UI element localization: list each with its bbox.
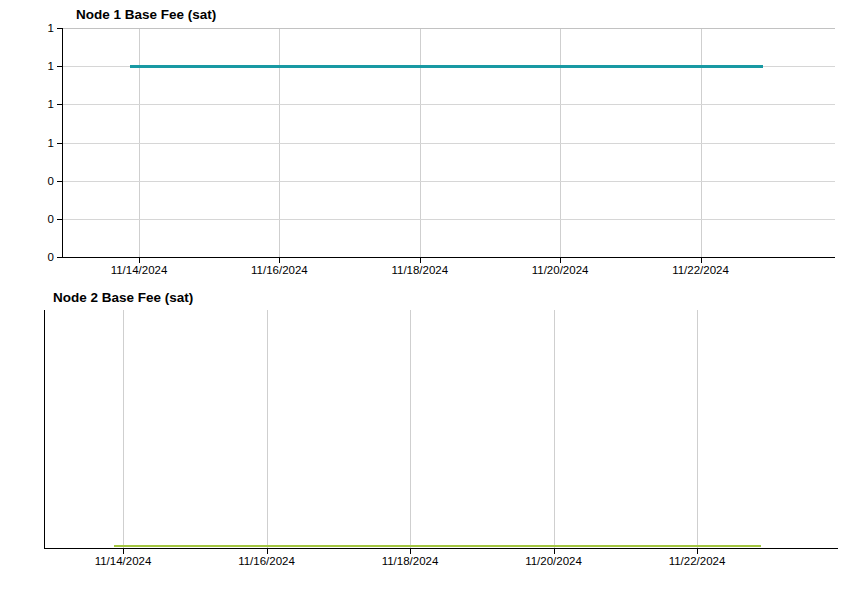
x-tick-label: 11/18/2024 <box>375 263 465 277</box>
horizontal-gridline <box>62 28 835 29</box>
y-axis-tick <box>57 28 62 29</box>
y-axis-tick <box>57 257 62 258</box>
x-axis-line <box>62 257 835 258</box>
x-tick-label: 11/14/2024 <box>78 554 168 568</box>
horizontal-gridline <box>62 104 835 105</box>
y-axis-line <box>44 310 45 549</box>
y-tick-label: 0 <box>20 250 54 264</box>
y-tick-label: 1 <box>20 136 54 150</box>
vertical-gridline <box>123 310 124 548</box>
y-axis-tick <box>57 181 62 182</box>
x-tick-label: 11/16/2024 <box>222 554 312 568</box>
x-tick-label: 11/20/2024 <box>515 263 605 277</box>
y-axis-line <box>62 28 63 258</box>
x-tick-label: 11/22/2024 <box>656 263 746 277</box>
y-tick-label: 0 <box>20 212 54 226</box>
y-axis-tick <box>57 143 62 144</box>
chart-title-node2: Node 2 Base Fee (sat) <box>53 290 193 305</box>
base-fee-charts-panel: Node 1 Base Fee (sat) 111100011/14/20241… <box>0 0 860 600</box>
x-tick-label: 11/16/2024 <box>234 263 324 277</box>
y-tick-label: 0 <box>20 174 54 188</box>
y-axis-tick <box>57 66 62 67</box>
y-axis-tick <box>57 104 62 105</box>
vertical-gridline <box>554 310 555 548</box>
x-tick-label: 11/14/2024 <box>94 263 184 277</box>
horizontal-gridline <box>62 219 835 220</box>
chart-title-node1: Node 1 Base Fee (sat) <box>76 7 216 22</box>
horizontal-gridline <box>62 143 835 144</box>
y-tick-label: 1 <box>20 21 54 35</box>
series-line <box>114 545 761 548</box>
vertical-gridline <box>410 310 411 548</box>
x-tick-label: 11/22/2024 <box>652 554 742 568</box>
x-tick-label: 11/20/2024 <box>509 554 599 568</box>
x-tick-label: 11/18/2024 <box>365 554 455 568</box>
y-tick-label: 1 <box>20 59 54 73</box>
y-axis-tick <box>57 219 62 220</box>
x-axis-line <box>44 548 838 549</box>
vertical-gridline <box>697 310 698 548</box>
y-tick-label: 1 <box>20 97 54 111</box>
horizontal-gridline <box>62 181 835 182</box>
vertical-gridline <box>267 310 268 548</box>
series-line <box>130 65 763 68</box>
